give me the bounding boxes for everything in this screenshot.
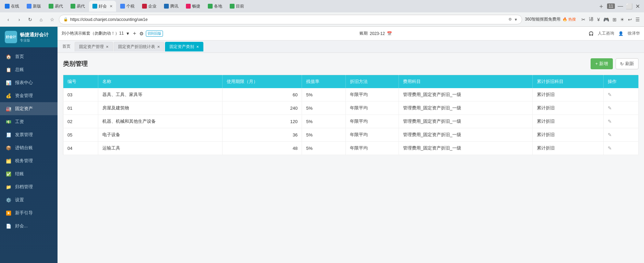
- cell-code[interactable]: 05: [63, 128, 98, 142]
- page-tab-close-category[interactable]: ✕: [196, 45, 199, 49]
- browser-tab-tab5[interactable]: 好会✕: [89, 1, 116, 12]
- minimize-btn[interactable]: —: [618, 3, 623, 9]
- new-tab-btn[interactable]: ＋: [598, 2, 604, 10]
- sidebar-item-closing[interactable]: ✅结账: [0, 167, 58, 180]
- sidebar-item-guide[interactable]: ▶️新手引导: [0, 206, 58, 219]
- game-icon[interactable]: 🎮: [603, 17, 609, 22]
- closing-icon: ✅: [5, 171, 12, 177]
- bookmark-btn[interactable]: ☆: [48, 15, 56, 24]
- sidebar-item-label-invoice: 发票管理: [15, 132, 33, 138]
- cell-code[interactable]: 04: [63, 142, 98, 155]
- browser-tab-tab7[interactable]: 企业: [139, 1, 160, 12]
- browser-tab-tab11[interactable]: 目前: [226, 1, 248, 12]
- logo-icon: 好会计: [5, 31, 17, 43]
- back-btn[interactable]: ‹: [4, 15, 12, 24]
- sidebar-item-label-closing: 结账: [15, 171, 24, 177]
- lock-icon: 🔒: [63, 17, 68, 22]
- browser-tab-tab6[interactable]: 个税: [117, 1, 138, 12]
- browser-tab-tab9[interactable]: 畅捷: [182, 1, 204, 12]
- sidebar-item-ledger[interactable]: 📋总账: [0, 63, 58, 76]
- sidebar-item-tax[interactable]: 🗂️税务管理: [0, 154, 58, 167]
- sidebar-item-funds[interactable]: 💰资金管理: [0, 89, 58, 102]
- sidebar-item-assets[interactable]: 🏭固定资产: [0, 102, 58, 115]
- payroll-icon: 💵: [5, 119, 12, 125]
- tab-label: 畅捷: [192, 3, 200, 9]
- tab-label: 各地: [214, 3, 222, 9]
- add-account-btn[interactable]: ＋: [132, 30, 137, 37]
- browser-tab-tab2[interactable]: 新版: [23, 1, 45, 12]
- browser-tab-tab4[interactable]: 易代: [67, 1, 88, 12]
- translate-icon[interactable]: 译: [589, 16, 594, 23]
- tab-favicon: [49, 4, 53, 9]
- cell-code[interactable]: 03: [63, 88, 98, 101]
- edit-btn[interactable]: ✎: [608, 145, 612, 151]
- add-btn[interactable]: + 新增: [591, 58, 613, 69]
- dropdown-arrow-icon[interactable]: ▼: [126, 31, 130, 36]
- sidebar-item-home[interactable]: 🏠首页: [0, 50, 58, 63]
- switch-version-btn[interactable]: 切到旧版: [146, 31, 163, 37]
- cell-expense-subject: 管理费用_固定资产折旧_一级: [399, 128, 533, 142]
- cell-residual: 5%: [302, 115, 346, 128]
- cell-code[interactable]: 01: [63, 101, 98, 115]
- period-info: 账期 2023-12 📅: [359, 31, 392, 36]
- settings-gear-icon[interactable]: ⚙: [139, 31, 144, 36]
- support-label[interactable]: 人工咨询: [598, 31, 614, 36]
- close-browser-btn[interactable]: ✕: [635, 3, 640, 10]
- sidebar-item-payroll[interactable]: 💵工资: [0, 115, 58, 128]
- edit-btn[interactable]: ✎: [608, 132, 612, 138]
- period-value: 2023-12: [370, 31, 385, 36]
- url-bar[interactable]: 🔒 https://cloud.chanjet.com/accounting/u…: [59, 15, 522, 24]
- browser-tab-tab1[interactable]: 在线: [1, 1, 23, 12]
- browser-tab-tab8[interactable]: 腾讯: [161, 1, 182, 12]
- cell-name: 房屋及建筑物: [98, 101, 223, 115]
- sidebar-item-settings[interactable]: ⚙️设置: [0, 193, 58, 206]
- menu-icon[interactable]: ☰: [635, 17, 640, 22]
- table-row: 05电子设备365%年限平均管理费用_固定资产折旧_一级累计折旧✎: [63, 128, 639, 142]
- page-tab-close-assets_mgmt[interactable]: ✕: [106, 45, 109, 49]
- tab-favicon: [186, 4, 191, 9]
- edit-btn[interactable]: ✎: [608, 105, 612, 111]
- wallet-icon[interactable]: ¥: [597, 17, 600, 22]
- edit-btn[interactable]: ✎: [608, 92, 612, 97]
- page-tab-assets_mgmt[interactable]: 固定资产管理✕: [75, 42, 113, 51]
- scissors-icon[interactable]: ✂: [581, 17, 585, 22]
- cell-accum-subject: 累计折旧: [533, 88, 603, 101]
- sidebar-item-label-guide: 新手引导: [15, 210, 33, 216]
- sidebar-item-more[interactable]: 📄好会...: [0, 219, 58, 232]
- cell-code[interactable]: 02: [63, 115, 98, 128]
- tab-favicon: [5, 4, 10, 9]
- calendar-icon[interactable]: 📅: [387, 31, 392, 36]
- sidebar-item-inventory[interactable]: 📦进销台账: [0, 141, 58, 154]
- page-tab-close-depreciation[interactable]: ✕: [157, 45, 160, 49]
- edit-btn[interactable]: ✎: [608, 119, 612, 124]
- sidebar-item-invoice[interactable]: 🧾发票管理: [0, 128, 58, 141]
- sidebar-item-label-tax: 税务管理: [15, 158, 33, 164]
- cell-period: 120: [222, 115, 302, 128]
- cell-operation: ✎: [603, 101, 638, 115]
- cell-name: 运输工具: [98, 142, 223, 155]
- refresh-nav-btn[interactable]: ↻: [26, 15, 34, 24]
- sidebar-logo: 好会计 畅捷通好会计 专业版: [0, 27, 58, 47]
- grid-icon[interactable]: ⊞: [613, 17, 617, 22]
- page-tab-depreciation[interactable]: 固定资产折旧统计表✕: [114, 42, 164, 51]
- refresh-btn[interactable]: ↻ 刷新: [616, 58, 639, 69]
- sidebar-item-archive[interactable]: 📁归档管理: [0, 180, 58, 193]
- undo-icon[interactable]: ↩: [628, 17, 632, 22]
- maximize-btn[interactable]: ⬜: [626, 3, 633, 10]
- browser-tab-tab3[interactable]: 易代: [45, 1, 66, 12]
- sidebar-item-reports[interactable]: 📊报表中心: [0, 76, 58, 89]
- browser-tab-tab10[interactable]: 各地: [204, 1, 226, 12]
- tab-count-badge[interactable]: 11: [607, 3, 615, 9]
- cell-expense-subject: 管理费用_固定资产折旧_一级: [399, 88, 533, 101]
- user-info: 刘小艳演示账套（勿删勿动！）11 ▼ ＋ ⚙ 切到旧版: [62, 30, 163, 37]
- reports-icon: 📊: [5, 80, 12, 86]
- url-dropdown-icon[interactable]: ▼: [514, 17, 518, 22]
- home-nav-btn[interactable]: ⌂: [37, 15, 45, 24]
- app-container: 好会计 畅捷通好会计 专业版 🏠首页📋总账📊报表中心💰资金管理🏭固定资产💵工资🧾…: [0, 27, 644, 263]
- page-tab-category[interactable]: 固定资产类别✕: [165, 42, 203, 51]
- page-tab-home[interactable]: 首页: [59, 42, 74, 51]
- tab-close-btn[interactable]: ✕: [110, 4, 113, 9]
- forward-btn[interactable]: ›: [15, 15, 23, 24]
- cell-accum-subject: 累计折旧: [533, 115, 603, 128]
- brightness-icon[interactable]: ☀: [620, 17, 624, 22]
